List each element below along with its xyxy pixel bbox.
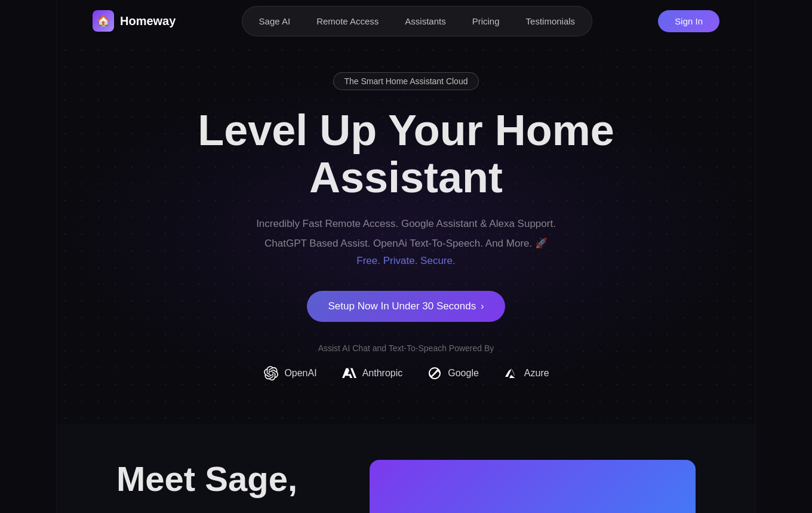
meet-sage-section: Meet Sage,	[57, 424, 755, 513]
cta-arrow-icon: ›	[481, 301, 484, 312]
hero-title: Level Up Your Home Assistant	[137, 107, 675, 201]
hero-tagline: Free. Private. Secure.	[356, 255, 455, 267]
cta-button[interactable]: Setup Now In Under 30 Seconds ›	[307, 291, 506, 322]
brand-name: Homeway	[120, 14, 176, 28]
anthropic-label: Anthropic	[362, 368, 403, 379]
powered-by-text: Assist AI Chat and Text-To-Speach Powere…	[318, 343, 494, 353]
left-sidebar	[0, 0, 57, 513]
meet-sage-title: Meet Sage,	[116, 460, 334, 498]
logo[interactable]: 🏠 Homeway	[93, 10, 176, 32]
openai-icon	[263, 365, 279, 382]
cta-label: Setup Now In Under 30 Seconds	[328, 300, 476, 312]
meet-sage-left: Meet Sage,	[116, 460, 334, 498]
hero-badge: The Smart Home Assistant Cloud	[333, 72, 479, 90]
azure-icon	[503, 365, 519, 382]
nav-links: Sage AI Remote Access Assistants Pricing…	[242, 6, 593, 36]
navbar: 🏠 Homeway Sage AI Remote Access Assistan…	[57, 0, 755, 42]
google-label: Google	[448, 368, 479, 379]
partner-anthropic: Anthropic	[341, 365, 403, 382]
hero-section: The Smart Home Assistant Cloud Level Up …	[57, 42, 755, 424]
sign-in-button[interactable]: Sign In	[658, 10, 719, 32]
hero-subtitle-2: ChatGPT Based Assist. OpenAi Text-To-Spe…	[264, 235, 548, 251]
azure-label: Azure	[524, 368, 549, 379]
logo-icon: 🏠	[93, 10, 114, 32]
meet-sage-visual	[370, 460, 696, 513]
nav-pricing[interactable]: Pricing	[460, 11, 512, 31]
anthropic-icon	[341, 365, 358, 382]
nav-remote-access[interactable]: Remote Access	[304, 11, 390, 31]
nav-sage-ai[interactable]: Sage AI	[247, 11, 303, 31]
hero-content: The Smart Home Assistant Cloud Level Up …	[137, 72, 675, 382]
partner-openai: OpenAI	[263, 365, 316, 382]
nav-assistants[interactable]: Assistants	[393, 11, 457, 31]
partner-google: Google	[426, 365, 479, 382]
nav-testimonials[interactable]: Testimonials	[514, 11, 588, 31]
partner-azure: Azure	[503, 365, 549, 382]
google-icon	[426, 365, 443, 382]
hero-subtitle-1: Incredibly Fast Remote Access. Google As…	[256, 216, 556, 232]
openai-label: OpenAI	[284, 368, 316, 379]
right-sidebar	[755, 0, 812, 513]
ai-partners: OpenAI Anthropic	[263, 365, 549, 382]
